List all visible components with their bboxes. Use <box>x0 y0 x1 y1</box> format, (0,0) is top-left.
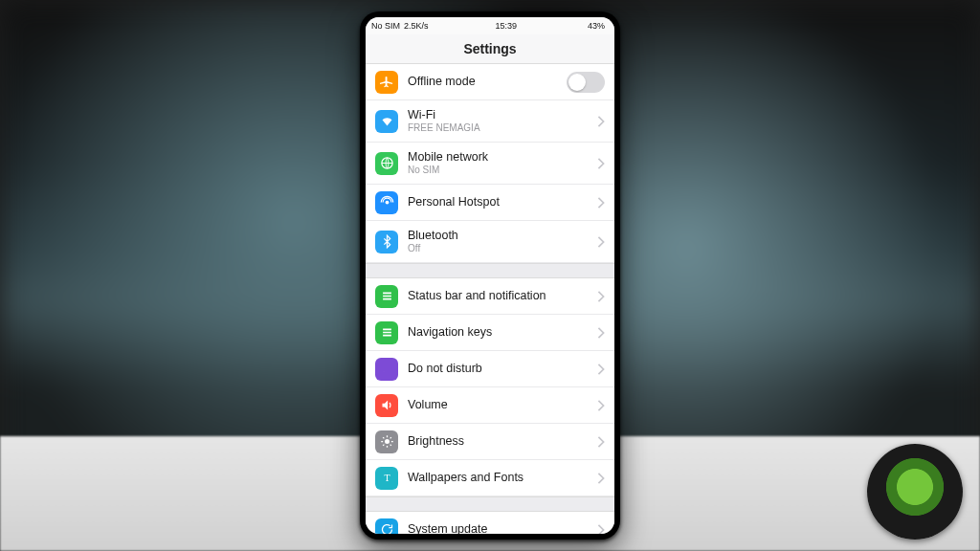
row-texts: Wallpapers and Fonts <box>408 471 588 484</box>
clock: 15:39 <box>495 21 517 31</box>
row-label: Mobile network <box>408 150 588 164</box>
chevron-right-icon <box>597 436 605 448</box>
row-texts: Volume <box>408 398 588 411</box>
volume-icon <box>375 394 398 417</box>
settings-row-statusbar[interactable]: Status bar and notification <box>366 278 614 315</box>
row-texts: Personal Hotspot <box>408 195 588 209</box>
row-texts: Mobile networkNo SIM <box>408 150 588 176</box>
row-label: Personal Hotspot <box>408 195 588 209</box>
svg-point-4 <box>385 201 389 205</box>
moon-icon <box>375 358 398 381</box>
svg-point-5 <box>385 439 390 444</box>
toggle-offline[interactable] <box>567 72 605 93</box>
row-texts: Brightness <box>408 434 588 448</box>
row-texts: Offline mode <box>408 75 557 88</box>
settings-row-dnd[interactable]: Do not disturb <box>366 351 614 387</box>
phone-screen: No SIM 2.5K/s 15:39 43% Settings Offli <box>366 17 614 534</box>
list-icon <box>375 285 398 308</box>
airplane-icon <box>375 71 398 94</box>
chevron-right-icon <box>597 236 605 248</box>
chevron-right-icon <box>597 327 605 339</box>
row-label: Brightness <box>408 434 588 448</box>
row-label: Offline mode <box>408 75 557 88</box>
row-label: Navigation keys <box>408 325 588 339</box>
row-label: Wallpapers and Fonts <box>408 471 588 484</box>
row-subtitle: Off <box>408 243 588 254</box>
bluetooth-icon <box>375 231 398 253</box>
settings-row-offline[interactable]: Offline mode <box>366 64 614 100</box>
hotspot-icon <box>375 191 398 214</box>
chevron-right-icon <box>597 291 605 302</box>
font-icon: T <box>375 467 398 490</box>
chevron-right-icon <box>597 400 605 411</box>
settings-row-hotspot[interactable]: Personal Hotspot <box>366 185 614 221</box>
status-right: 43% <box>584 21 609 31</box>
row-subtitle: No SIM <box>408 165 588 176</box>
settings-row-mobile[interactable]: Mobile networkNo SIM <box>366 143 614 185</box>
scene: No SIM 2.5K/s 15:39 43% Settings Offli <box>0 0 980 551</box>
row-texts: Do not disturb <box>408 362 588 375</box>
status-bar: No SIM 2.5K/s 15:39 43% <box>366 17 614 34</box>
row-label: Status bar and notification <box>408 289 588 302</box>
wifi-icon <box>375 110 398 133</box>
globe-icon <box>375 152 398 175</box>
row-texts: BluetoothOff <box>408 229 588 254</box>
settings-row-bright[interactable]: Brightness <box>366 424 614 460</box>
phone-frame: No SIM 2.5K/s 15:39 43% Settings Offli <box>360 11 620 540</box>
channel-logo <box>867 444 963 540</box>
settings-row-update[interactable]: System update <box>366 512 614 534</box>
row-subtitle: FREE NEMAGIA <box>408 122 588 134</box>
battery-percent: 43% <box>588 21 605 31</box>
page-title: Settings <box>463 41 516 56</box>
chevron-right-icon <box>597 197 605 209</box>
update-icon <box>375 518 398 535</box>
chevron-right-icon <box>597 158 605 169</box>
settings-row-bluetooth[interactable]: BluetoothOff <box>366 221 614 263</box>
chevron-right-icon <box>597 524 605 535</box>
group-divider <box>366 496 614 512</box>
row-label: Bluetooth <box>408 229 588 242</box>
settings-row-volume[interactable]: Volume <box>366 387 614 424</box>
row-label: System update <box>408 522 588 534</box>
title-bar: Settings <box>366 34 614 64</box>
row-label: Wi-Fi <box>408 108 588 121</box>
row-texts: Status bar and notification <box>408 289 588 302</box>
row-label: Volume <box>408 398 588 411</box>
row-label: Do not disturb <box>408 362 588 375</box>
settings-row-navkeys[interactable]: Navigation keys <box>366 315 614 351</box>
nav-icon <box>375 321 398 344</box>
row-texts: Navigation keys <box>408 325 588 339</box>
chevron-right-icon <box>597 116 605 127</box>
chevron-right-icon <box>597 364 605 375</box>
group-divider <box>366 263 614 278</box>
settings-row-wall[interactable]: TWallpapers and Fonts <box>366 460 614 496</box>
brightness-icon <box>375 430 398 453</box>
sim-status: No SIM <box>371 21 400 31</box>
chevron-right-icon <box>597 473 605 484</box>
row-texts: System update <box>408 522 588 534</box>
settings-row-wifi[interactable]: Wi-FiFREE NEMAGIA <box>366 100 614 143</box>
status-left: No SIM 2.5K/s <box>371 21 429 31</box>
row-texts: Wi-FiFREE NEMAGIA <box>408 108 588 134</box>
svg-text:T: T <box>384 473 390 483</box>
settings-list[interactable]: Offline modeWi-FiFREE NEMAGIAMobile netw… <box>366 64 614 534</box>
net-speed: 2.5K/s <box>404 21 429 31</box>
